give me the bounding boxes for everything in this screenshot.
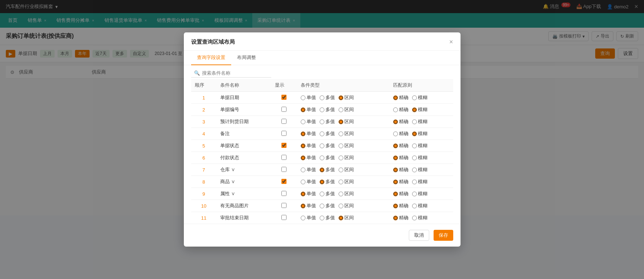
type-option-区间[interactable]: 区间 xyxy=(339,178,354,185)
show-checkbox[interactable] xyxy=(281,191,287,196)
table-row: 2单据编号单值多值区间精确模糊 xyxy=(191,104,453,116)
dialog-close-button[interactable]: × xyxy=(449,38,453,46)
type-option-单值[interactable]: 单值 xyxy=(301,130,316,137)
search-icon: 🔍 xyxy=(194,70,200,76)
show-checkbox[interactable] xyxy=(281,143,287,148)
match-option-精确[interactable]: 精确 xyxy=(393,118,408,125)
show-checkbox[interactable] xyxy=(281,131,287,136)
type-option-单值[interactable]: 单值 xyxy=(301,178,316,185)
type-option-多值[interactable]: 多值 xyxy=(320,203,335,209)
dialog-search-bar: 🔍 xyxy=(184,65,461,79)
type-option-单值[interactable]: 单值 xyxy=(301,94,316,101)
search-input[interactable] xyxy=(202,70,264,76)
show-checkbox[interactable] xyxy=(281,119,287,124)
table-row: 10有无商品图片单值多值区间精确模糊 xyxy=(191,200,453,212)
match-option-精确[interactable]: 精确 xyxy=(393,166,408,173)
show-checkbox[interactable] xyxy=(281,155,287,160)
th-type: 条件类型 xyxy=(297,79,390,92)
table-row: 8商品 ∨单值多值区间精确模糊 xyxy=(191,176,453,188)
type-option-多值[interactable]: 多值 xyxy=(320,190,335,197)
match-option-精确[interactable]: 精确 xyxy=(393,203,408,209)
row-show-checkbox-cell xyxy=(271,128,297,140)
match-option-精确[interactable]: 精确 xyxy=(393,178,408,185)
row-type-cell: 单值多值区间 xyxy=(297,104,390,116)
match-option-精确[interactable]: 精确 xyxy=(393,94,408,101)
type-option-区间[interactable]: 区间 xyxy=(339,154,354,161)
type-option-区间[interactable]: 区间 xyxy=(339,190,354,197)
row-match-cell: 精确模糊 xyxy=(390,128,453,140)
show-checkbox[interactable] xyxy=(281,215,287,216)
match-option-模糊[interactable]: 模糊 xyxy=(412,130,427,137)
type-option-区间[interactable]: 区间 xyxy=(339,166,354,173)
row-type-cell: 单值多值区间 xyxy=(297,176,390,188)
type-option-单值[interactable]: 单值 xyxy=(301,106,316,113)
row-name: 审批结束日期 xyxy=(217,212,271,216)
dialog-title: 设置查询区域布局 xyxy=(191,39,235,46)
match-option-精确[interactable]: 精确 xyxy=(393,130,408,137)
match-option-模糊[interactable]: 模糊 xyxy=(412,166,427,173)
match-option-模糊[interactable]: 模糊 xyxy=(412,178,427,185)
match-option-模糊[interactable]: 模糊 xyxy=(412,106,427,113)
type-option-单值[interactable]: 单值 xyxy=(301,154,316,161)
dialog-tab-layout[interactable]: 布局调整 xyxy=(231,51,262,65)
row-match-cell: 精确模糊 xyxy=(390,152,453,164)
type-option-多值[interactable]: 多值 xyxy=(320,118,335,125)
type-option-区间[interactable]: 区间 xyxy=(339,94,354,101)
type-option-多值[interactable]: 多值 xyxy=(320,106,335,113)
type-option-单值[interactable]: 单值 xyxy=(301,203,316,209)
dialog-table-wrap: 顺序 条件名称 显示 条件类型 匹配原则 1单据日期单值多值区间精确模糊2单据编… xyxy=(184,79,461,215)
type-option-区间[interactable]: 区间 xyxy=(339,130,354,137)
show-checkbox[interactable] xyxy=(281,107,287,112)
row-match-cell: 精确模糊 xyxy=(390,188,453,200)
type-option-多值[interactable]: 多值 xyxy=(320,215,335,215)
type-option-多值[interactable]: 多值 xyxy=(320,166,335,173)
type-option-区间[interactable]: 区间 xyxy=(339,118,354,125)
dialog-tab-fields[interactable]: 查询字段设置 xyxy=(191,51,231,65)
table-row: 6付款状态单值多值区间精确模糊 xyxy=(191,152,453,164)
match-option-精确[interactable]: 精确 xyxy=(393,142,408,149)
show-checkbox[interactable] xyxy=(281,95,287,100)
show-checkbox[interactable] xyxy=(281,203,287,208)
show-checkbox[interactable] xyxy=(281,167,287,172)
type-option-单值[interactable]: 单值 xyxy=(301,118,316,125)
type-option-单值[interactable]: 单值 xyxy=(301,142,316,149)
type-option-单值[interactable]: 单值 xyxy=(301,190,316,197)
type-option-多值[interactable]: 多值 xyxy=(320,154,335,161)
row-match-cell: 精确模糊 xyxy=(390,140,453,152)
type-option-区间[interactable]: 区间 xyxy=(339,203,354,209)
type-option-区间[interactable]: 区间 xyxy=(339,106,354,113)
match-option-精确[interactable]: 精确 xyxy=(393,106,408,113)
type-option-多值[interactable]: 多值 xyxy=(320,178,335,185)
match-option-精确[interactable]: 精确 xyxy=(393,154,408,161)
match-option-模糊[interactable]: 模糊 xyxy=(412,190,427,197)
row-show-checkbox-cell xyxy=(271,212,297,216)
match-option-精确[interactable]: 精确 xyxy=(393,190,408,197)
row-order: 6 xyxy=(191,152,217,164)
match-option-模糊[interactable]: 模糊 xyxy=(412,118,427,125)
th-order: 顺序 xyxy=(191,79,217,92)
match-option-模糊[interactable]: 模糊 xyxy=(412,215,427,215)
type-option-单值[interactable]: 单值 xyxy=(301,215,316,215)
row-order: 8 xyxy=(191,176,217,188)
row-type-cell: 单值多值区间 xyxy=(297,212,390,216)
row-order: 1 xyxy=(191,92,217,104)
type-option-多值[interactable]: 多值 xyxy=(320,94,335,101)
show-checkbox[interactable] xyxy=(281,179,287,184)
type-option-单值[interactable]: 单值 xyxy=(301,166,316,173)
row-name: 单据编号 xyxy=(217,104,271,116)
table-row: 3预计到货日期单值多值区间精确模糊 xyxy=(191,116,453,128)
row-order: 5 xyxy=(191,140,217,152)
modal-overlay: 设置查询区域布局 × 查询字段设置 布局调整 🔍 顺序 条件名称 显示 xyxy=(0,0,644,215)
type-option-区间[interactable]: 区间 xyxy=(339,215,354,215)
row-show-checkbox-cell xyxy=(271,152,297,164)
row-match-cell: 精确模糊 xyxy=(390,92,453,104)
match-option-模糊[interactable]: 模糊 xyxy=(412,154,427,161)
match-option-精确[interactable]: 精确 xyxy=(393,215,408,215)
match-option-模糊[interactable]: 模糊 xyxy=(412,94,427,101)
type-option-多值[interactable]: 多值 xyxy=(320,142,335,149)
type-option-多值[interactable]: 多值 xyxy=(320,130,335,137)
type-option-区间[interactable]: 区间 xyxy=(339,142,354,149)
match-option-模糊[interactable]: 模糊 xyxy=(412,203,427,209)
match-option-模糊[interactable]: 模糊 xyxy=(412,142,427,149)
row-name: 属性 ∨ xyxy=(217,188,271,200)
